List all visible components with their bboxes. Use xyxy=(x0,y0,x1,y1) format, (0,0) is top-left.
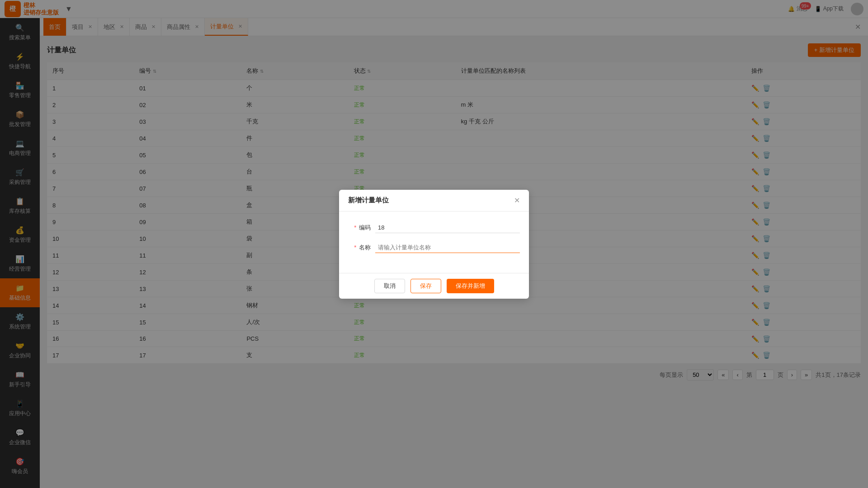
required-star-code: * xyxy=(354,224,356,231)
modal-footer: 取消 保存 保存并新增 xyxy=(339,273,529,299)
add-unit-modal: 新增计量单位 ✕ * 编码 * 名称 xyxy=(339,190,529,299)
cancel-button[interactable]: 取消 xyxy=(374,279,405,293)
modal-overlay[interactable]: 新增计量单位 ✕ * 编码 * 名称 xyxy=(0,0,868,488)
name-label: * 名称 xyxy=(348,244,371,252)
modal-title: 新增计量单位 xyxy=(348,196,389,205)
form-row-name: * 名称 xyxy=(348,242,520,253)
name-input[interactable] xyxy=(375,242,520,253)
form-row-code: * 编码 xyxy=(348,222,520,233)
modal-close-button[interactable]: ✕ xyxy=(514,196,520,205)
required-star-name: * xyxy=(354,244,356,251)
modal-body: * 编码 * 名称 xyxy=(339,211,529,273)
app-container: 橙 橙林 进销存生意版 ▼ 🔔 消息 99+ 📱 App下载 xyxy=(0,0,868,488)
code-input[interactable] xyxy=(375,222,520,233)
save-new-button[interactable]: 保存并新增 xyxy=(447,279,494,293)
modal-header: 新增计量单位 ✕ xyxy=(339,190,529,211)
save-button[interactable]: 保存 xyxy=(410,279,441,293)
code-label: * 编码 xyxy=(348,224,371,232)
